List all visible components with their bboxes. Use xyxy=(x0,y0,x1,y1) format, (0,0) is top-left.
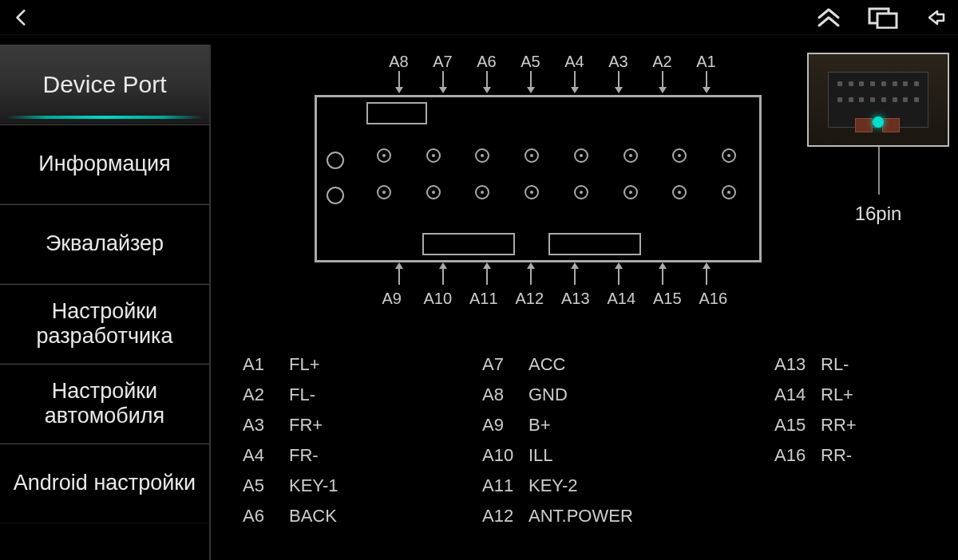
pin-label: A7 xyxy=(421,53,465,71)
recent-apps-icon[interactable] xyxy=(867,6,899,29)
back-arrow-icon[interactable] xyxy=(11,7,32,28)
sidebar-item-car-settings[interactable]: Настройки автомобиля xyxy=(0,364,209,444)
pin-label: A11 xyxy=(461,290,507,308)
sidebar-item-label: Настройки автомобиля xyxy=(10,379,200,428)
pinout-row: A6BACK xyxy=(243,506,402,526)
svg-marker-15 xyxy=(659,87,667,93)
pin-label: A6 xyxy=(465,53,509,71)
sidebar-item-label: Эквалайзер xyxy=(46,231,164,256)
pinout-row: A13RL- xyxy=(774,354,934,375)
svg-rect-1 xyxy=(877,14,897,28)
pinout-row: A11KEY-2 xyxy=(482,475,706,496)
pin-labels-top: A8 A7 A6 A5 A4 A3 A2 A1 xyxy=(377,53,728,71)
sidebar-item-developer-settings[interactable]: Настройки разработчика xyxy=(0,284,209,364)
pinout-row: A3FR+ xyxy=(243,415,402,436)
arrow-row-bottom xyxy=(377,262,728,285)
pin-label: A12 xyxy=(507,290,553,308)
pin-label: A14 xyxy=(599,290,645,308)
pinout-row: A2FL- xyxy=(243,385,402,405)
pinout-row: A7ACC xyxy=(482,354,706,375)
sidebar-item-label: Device Port xyxy=(42,71,166,99)
connector-outline xyxy=(315,95,762,262)
pin-label: A16 xyxy=(691,290,737,308)
sidebar-item-information[interactable]: Информация xyxy=(0,124,209,204)
pin-label: A8 xyxy=(377,53,421,71)
pinout-row: A12ANT.POWER xyxy=(482,506,706,526)
sidebar-item-label: Android настройки xyxy=(14,471,196,495)
pinout-table: A1FL+ A2FL- A3FR+ A4FR- A5KEY-1 A6BACK A… xyxy=(243,354,934,526)
pinout-row: A14RL+ xyxy=(774,385,934,405)
pin-label: A5 xyxy=(509,53,552,71)
status-bar xyxy=(0,0,958,35)
pin-label: A4 xyxy=(552,53,596,71)
port-thumbnail[interactable] xyxy=(807,53,949,147)
pinout-row: A1FL+ xyxy=(243,354,402,375)
port-thumbnail-label: 16pin xyxy=(855,203,902,225)
svg-marker-13 xyxy=(615,87,623,93)
pin-labels-bottom: A9 A10 A11 A12 A13 A14 A15 A16 xyxy=(369,290,736,308)
pinout-row: A4FR- xyxy=(243,445,402,466)
sidebar-item-equalizer[interactable]: Эквалайзер xyxy=(0,204,209,284)
selection-marker-icon xyxy=(873,116,884,128)
sidebar-item-device-port[interactable]: Device Port xyxy=(0,45,209,124)
pin-label: A15 xyxy=(644,290,691,308)
connector-diagram: A8 A7 A6 A5 A4 A3 A2 A1 xyxy=(315,53,754,308)
svg-marker-11 xyxy=(571,87,579,93)
sidebar-item-label: Настройки разработчика xyxy=(10,299,200,349)
pin-label: A2 xyxy=(640,53,684,71)
pinout-row: A5KEY-1 xyxy=(243,475,402,496)
back-chevron-icon[interactable] xyxy=(923,6,947,29)
sidebar: Device Port Информация Эквалайзер Настро… xyxy=(0,45,211,560)
svg-marker-17 xyxy=(703,87,711,93)
svg-marker-3 xyxy=(395,87,403,93)
svg-marker-5 xyxy=(439,87,447,93)
svg-marker-9 xyxy=(527,87,535,93)
pinout-row: A15RR+ xyxy=(774,415,934,436)
pin-label: A13 xyxy=(552,290,599,308)
content-panel: A8 A7 A6 A5 A4 A3 A2 A1 xyxy=(211,45,958,560)
chevron-up-double-icon[interactable] xyxy=(814,6,843,29)
pinout-row: A10ILL xyxy=(482,445,706,466)
svg-marker-7 xyxy=(483,87,491,93)
pin-label: A9 xyxy=(369,290,415,308)
pin-label: A10 xyxy=(415,290,461,308)
pinout-row: A16RR- xyxy=(774,445,934,466)
sidebar-item-label: Информация xyxy=(38,152,170,176)
port-thumbnail-block: 16pin xyxy=(806,53,950,225)
sidebar-item-android-settings[interactable]: Android настройки xyxy=(0,444,209,523)
pin-label: A1 xyxy=(684,53,728,71)
pin-label: A3 xyxy=(596,53,640,71)
pinout-row: A9B+ xyxy=(482,415,706,436)
arrow-row-top xyxy=(377,71,728,93)
pinout-row: A8GND xyxy=(482,385,706,405)
